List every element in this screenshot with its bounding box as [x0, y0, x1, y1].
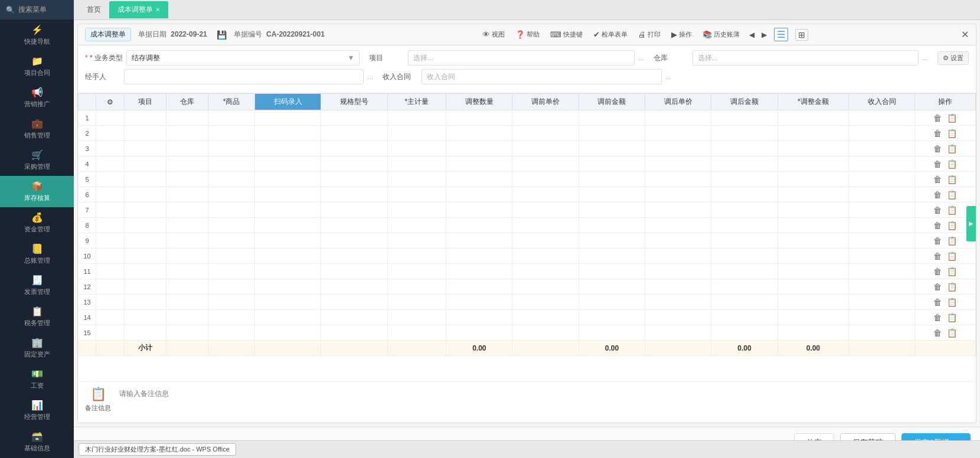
toolbar-btn-help[interactable]: ❓ 帮助 [513, 29, 542, 40]
sidebar-search[interactable]: 🔍 搜索菜单 [0, 0, 74, 19]
sidebar-item-sales[interactable]: 💼 销售管理 [0, 113, 74, 145]
cell-before_amount[interactable] [579, 279, 645, 295]
cell-after_price[interactable] [645, 264, 711, 279]
cell-spec[interactable] [321, 187, 387, 202]
cell-before_amount[interactable] [579, 218, 645, 233]
cell-adjust_amount[interactable] [778, 233, 848, 248]
cell-income_contract[interactable] [849, 172, 915, 187]
cell-unit[interactable] [387, 233, 446, 248]
tab-close-btn[interactable]: ✕ [155, 6, 160, 13]
cell-project[interactable] [125, 295, 166, 310]
cell-scan[interactable] [254, 110, 321, 126]
cell-unit[interactable] [387, 172, 446, 187]
sidebar-item-inventory[interactable]: 📦 库存核算 [0, 176, 74, 207]
cell-income_contract[interactable] [849, 187, 915, 202]
cell-scan[interactable] [254, 295, 321, 310]
cell-after_price[interactable] [645, 110, 711, 126]
sidebar-item-tax[interactable]: 📋 税务管理 [0, 301, 74, 332]
cell-project[interactable] [125, 264, 166, 279]
notes-input[interactable] [117, 387, 969, 410]
cell-goods[interactable] [208, 126, 255, 141]
cell-adjust_amount[interactable] [778, 126, 848, 141]
nav-next-btn[interactable]: ▶ [762, 31, 767, 39]
sidebar-item-ops[interactable]: 📊 经营管理 [0, 395, 74, 426]
cell-warehouse[interactable] [166, 248, 208, 264]
cell-before_price[interactable] [512, 248, 579, 264]
cell-project[interactable] [125, 233, 166, 248]
cell-project[interactable] [125, 110, 166, 126]
cell-goods[interactable] [208, 310, 255, 325]
cell-qty[interactable] [446, 202, 512, 218]
nav-prev-btn[interactable]: ◀ [749, 31, 754, 39]
toolbar-btn-history[interactable]: 📚 历史账薄 [700, 29, 742, 40]
copy-btn[interactable]: 📋 [945, 113, 959, 123]
delete-btn[interactable]: 🗑 [932, 282, 943, 292]
cell-income_contract[interactable] [849, 202, 915, 218]
tab-home[interactable]: 首页 [79, 1, 109, 18]
cell-after_price[interactable] [645, 126, 711, 141]
cell-unit[interactable] [387, 141, 446, 156]
cell-income_contract[interactable] [849, 110, 915, 126]
income-contract-input[interactable]: 收入合同 [422, 69, 661, 84]
cell-project[interactable] [125, 279, 166, 295]
cell-warehouse[interactable] [166, 110, 208, 126]
cell-warehouse[interactable] [166, 310, 208, 325]
cell-spec[interactable] [321, 279, 387, 295]
copy-btn[interactable]: 📋 [945, 328, 959, 338]
cell-after_price[interactable] [645, 279, 711, 295]
cell-after_price[interactable] [645, 141, 711, 156]
cell-before_amount[interactable] [579, 110, 645, 126]
cell-qty[interactable] [446, 172, 512, 187]
cell-before_amount[interactable] [579, 126, 645, 141]
sidebar-item-ledger[interactable]: 📒 总账管理 [0, 238, 74, 270]
cell-income_contract[interactable] [849, 126, 915, 141]
cell-before_amount[interactable] [579, 172, 645, 187]
cell-unit[interactable] [387, 110, 446, 126]
toolbar-btn-print[interactable]: 🖨 打印 [636, 29, 663, 40]
cell-scan[interactable] [254, 202, 321, 218]
cell-after_amount[interactable] [711, 218, 778, 233]
cell-unit[interactable] [387, 218, 446, 233]
cell-adjust_amount[interactable] [778, 279, 848, 295]
cell-unit[interactable] [387, 295, 446, 310]
warehouse-input[interactable]: 选择... [692, 50, 919, 66]
income-contract-ellipsis[interactable]: ... [665, 73, 671, 81]
cell-qty[interactable] [446, 264, 512, 279]
cell-adjust_amount[interactable] [778, 264, 848, 279]
delete-btn[interactable]: 🗑 [932, 205, 943, 215]
sidebar-item-quick-nav[interactable]: ⚡ 快捷导航 [0, 19, 74, 51]
cell-scan[interactable] [254, 233, 321, 248]
cell-adjust_amount[interactable] [778, 218, 848, 233]
delete-btn[interactable]: 🗑 [932, 189, 943, 200]
taskbar-item[interactable]: 木门行业好业财处理方案-墨红红.doc - WPS Office [79, 443, 236, 456]
cell-scan[interactable] [254, 310, 321, 325]
cell-unit[interactable] [387, 248, 446, 264]
delete-btn[interactable]: 🗑 [932, 266, 943, 277]
cell-qty[interactable] [446, 233, 512, 248]
cell-spec[interactable] [321, 310, 387, 325]
cell-before_price[interactable] [512, 233, 579, 248]
cell-project[interactable] [125, 248, 166, 264]
cell-before_price[interactable] [512, 325, 579, 341]
cell-adjust_amount[interactable] [778, 172, 848, 187]
cell-warehouse[interactable] [166, 218, 208, 233]
cell-after_amount[interactable] [711, 295, 778, 310]
cell-after_amount[interactable] [711, 310, 778, 325]
cell-adjust_amount[interactable] [778, 141, 848, 156]
copy-btn[interactable]: 📋 [945, 235, 959, 246]
cell-income_contract[interactable] [849, 233, 915, 248]
cell-spec[interactable] [321, 202, 387, 218]
cell-income_contract[interactable] [849, 295, 915, 310]
cell-spec[interactable] [321, 248, 387, 264]
cell-goods[interactable] [208, 325, 255, 341]
cell-before_amount[interactable] [579, 233, 645, 248]
cell-goods[interactable] [208, 141, 255, 156]
cell-after_price[interactable] [645, 156, 711, 172]
window-close-btn[interactable]: ✕ [961, 29, 969, 40]
right-panel-indicator[interactable]: ▶ [966, 206, 976, 241]
cell-qty[interactable] [446, 248, 512, 264]
cell-income_contract[interactable] [849, 141, 915, 156]
cell-before_price[interactable] [512, 279, 579, 295]
cell-unit[interactable] [387, 325, 446, 341]
cell-unit[interactable] [387, 310, 446, 325]
